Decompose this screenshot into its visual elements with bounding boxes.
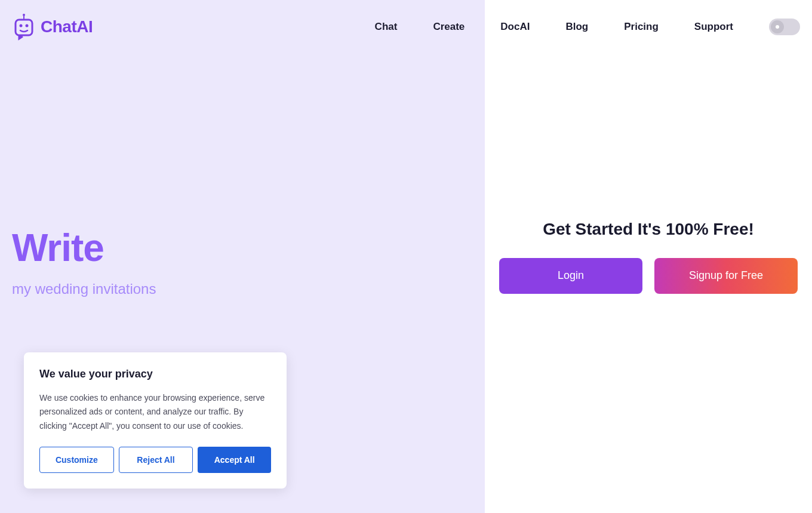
cta-section: Get Started It's 100% Free! Login Signup… [499,220,798,294]
svg-point-4 [26,24,29,27]
nav-support[interactable]: Support [694,21,733,33]
hero-panel: ChatAI Write my wedding invitations We v… [0,0,485,513]
top-nav: Chat Create DocAI Blog Pricing Support [375,0,800,54]
nav-create[interactable]: Create [433,21,465,33]
customize-button[interactable]: Customize [39,447,114,473]
svg-rect-2 [16,20,32,35]
robot-icon [12,13,36,41]
signup-panel: Get Started It's 100% Free! Login Signup… [485,0,812,513]
nav-pricing[interactable]: Pricing [624,21,659,33]
toggle-knob-icon [771,20,784,33]
cookie-body: We use cookies to enhance your browsing … [39,391,271,434]
brand-name: ChatAI [41,17,93,36]
cta-buttons: Login Signup for Free [499,258,798,294]
cookie-title: We value your privacy [39,368,271,380]
cookie-actions: Customize Reject All Accept All [39,447,271,473]
cta-heading: Get Started It's 100% Free! [499,220,798,239]
cookie-consent-banner: We value your privacy We use cookies to … [24,352,287,489]
signup-button[interactable]: Signup for Free [654,258,798,294]
hero-subtitle: my wedding invitations [12,281,156,297]
accept-all-button[interactable]: Accept All [198,447,271,473]
hero-text: Write my wedding invitations [12,227,156,297]
hero-title: Write [12,227,156,269]
svg-point-3 [20,24,23,27]
reject-all-button[interactable]: Reject All [119,447,193,473]
svg-point-0 [23,14,25,16]
nav-docai[interactable]: DocAI [500,21,530,33]
nav-blog[interactable]: Blog [565,21,588,33]
theme-toggle[interactable] [769,19,800,35]
nav-chat[interactable]: Chat [375,21,398,33]
brand-logo[interactable]: ChatAI [12,13,93,41]
login-button[interactable]: Login [499,258,642,294]
